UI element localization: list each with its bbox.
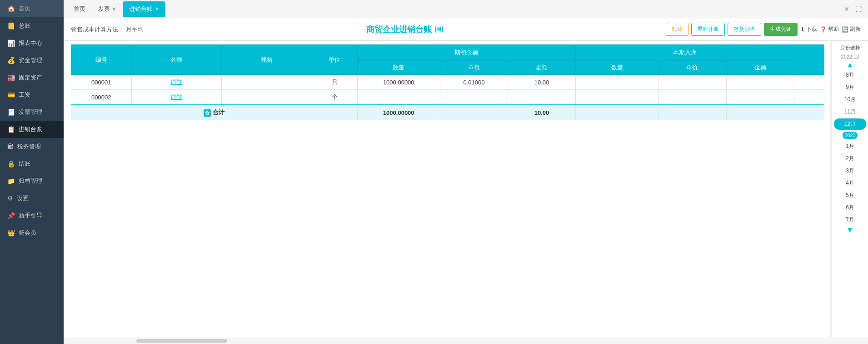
toolbar-buttons: 对账 重新开账 存货别名 生成凭证 ⬇ 下载 ❓ 帮助 🔄 刷新 bbox=[666, 23, 861, 36]
row2-unit: 个 bbox=[312, 90, 357, 105]
col-header-name: 名称 bbox=[131, 45, 222, 75]
month-item-10[interactable]: 10月 bbox=[834, 94, 866, 105]
month-item-8[interactable]: 8月 bbox=[834, 69, 866, 81]
month-item-12[interactable]: 12月 bbox=[834, 118, 866, 130]
invoice-mgmt-icon: 🧾 bbox=[7, 108, 15, 116]
col-header-unit: 单位 bbox=[312, 45, 357, 75]
month-item-7[interactable]: 7月 bbox=[834, 214, 866, 226]
tab-home[interactable]: 首页 bbox=[67, 1, 92, 17]
sidebar-item-inventory[interactable]: 📋 进销台账 bbox=[0, 121, 64, 138]
table-container: 编号 名称 规格 单位 期初余额 本期入库 数量 单价 金额 数量 bbox=[64, 41, 832, 337]
row1-name-link[interactable]: 前缸 bbox=[170, 79, 182, 85]
download-link[interactable]: ⬇ 下载 bbox=[800, 25, 817, 33]
reconcile-button[interactable]: 对账 bbox=[666, 23, 688, 36]
sidebar-label-tax: 税务管理 bbox=[17, 143, 41, 151]
cost-method: 销售成本计算方法： 月平均 bbox=[71, 25, 144, 34]
scroll-down-button[interactable]: ▼ bbox=[847, 226, 854, 234]
save-alias-button[interactable]: 存货别名 bbox=[728, 23, 761, 36]
sidebar-item-wages[interactable]: 💳 工资 bbox=[0, 86, 64, 103]
total-in-price bbox=[658, 105, 726, 120]
help-label: 帮助 bbox=[828, 25, 839, 33]
sidebar-item-settings[interactable]: ⚙ 设置 bbox=[0, 190, 64, 207]
wages-icon: 💳 bbox=[7, 91, 15, 98]
sidebar-item-funds[interactable]: 💰 资金管理 bbox=[0, 52, 64, 69]
reports-icon: 📊 bbox=[7, 39, 15, 47]
month-item-3[interactable]: 3月 bbox=[834, 165, 866, 177]
row2-opening-price bbox=[440, 90, 508, 105]
closing-icon: 🔒 bbox=[7, 160, 15, 167]
total-in-amount bbox=[726, 105, 794, 120]
sidebar-label-settings: 设置 bbox=[17, 194, 29, 202]
scroll-up-button[interactable]: ▲ bbox=[847, 61, 854, 69]
total-opening-amount: 10.00 bbox=[508, 105, 576, 120]
sidebar-label-reports: 报表中心 bbox=[19, 39, 42, 47]
month-item-4[interactable]: 4月 bbox=[834, 177, 866, 189]
row2-name-link[interactable]: 前缸 bbox=[170, 93, 182, 100]
sidebar-item-reports[interactable]: 📊 报表中心 bbox=[0, 34, 64, 52]
month-selector-panel: 月份选择 2022.12 ▲ 8月 9月 10月 11月 12月 2023 1月… bbox=[832, 41, 868, 337]
sidebar-item-guide[interactable]: 📌 新手引导 bbox=[0, 207, 64, 224]
tab-invoice[interactable]: 发票 ✕ bbox=[92, 1, 123, 17]
row2-opening-amount bbox=[508, 90, 576, 105]
fixed-assets-icon: 🏭 bbox=[7, 74, 15, 81]
month-item-11[interactable]: 11月 bbox=[834, 106, 866, 118]
col-header-in-qty: 数量 bbox=[576, 61, 658, 75]
help-link[interactable]: ❓ 帮助 bbox=[820, 25, 839, 33]
row1-code: 000001 bbox=[71, 75, 132, 90]
scrollbar-area bbox=[64, 337, 868, 344]
total-label: 合合计 bbox=[71, 105, 358, 120]
month-item-2[interactable]: 2月 bbox=[834, 153, 866, 164]
sidebar-label-closing: 结账 bbox=[19, 160, 30, 168]
refresh-link[interactable]: 🔄 刷新 bbox=[842, 25, 861, 33]
col-header-in-amount: 金额 bbox=[726, 61, 794, 75]
maximize-button[interactable]: ⛶ bbox=[854, 5, 863, 13]
cost-method-label: 销售成本计算方法： bbox=[71, 26, 124, 33]
generate-voucher-button[interactable]: 生成凭证 bbox=[764, 23, 798, 36]
page-content: 销售成本计算方法： 月平均 商贸企业进销台账 目 对账 重新开账 存货别名 生成… bbox=[64, 18, 868, 344]
col-header-opening-price: 单价 bbox=[440, 61, 508, 75]
sidebar: 🏠 首页 📒 总账 📊 报表中心 💰 资金管理 🏭 固定资产 💳 工资 🧾 发票… bbox=[0, 0, 64, 344]
tab-inventory-close[interactable]: ✕ bbox=[155, 6, 159, 12]
row1-opening-amount: 10.00 bbox=[508, 75, 576, 90]
month-item-1[interactable]: 1月 bbox=[834, 141, 866, 152]
sidebar-label-member: 畅会员 bbox=[19, 229, 36, 237]
page-title: 商贸企业进销台账 bbox=[366, 24, 432, 35]
row2-in-amount bbox=[726, 90, 794, 105]
col-header-current-in: 本期入库 bbox=[576, 45, 794, 61]
row1-in-price bbox=[658, 75, 726, 90]
download-label: 下载 bbox=[806, 25, 817, 33]
title-info-icon[interactable]: 目 bbox=[435, 26, 443, 33]
sidebar-item-ledger[interactable]: 📒 总账 bbox=[0, 17, 64, 34]
sidebar-item-invoice-mgmt[interactable]: 🧾 发票管理 bbox=[0, 103, 64, 121]
col-header-in-price: 单价 bbox=[658, 61, 726, 75]
row1-name: 前缸 bbox=[131, 75, 222, 90]
toolbar: 销售成本计算方法： 月平均 商贸企业进销台账 目 对账 重新开账 存货别名 生成… bbox=[64, 18, 868, 41]
sidebar-item-tax[interactable]: 🏛 税务管理 bbox=[0, 138, 64, 155]
month-item-5[interactable]: 5月 bbox=[834, 190, 866, 201]
total-opening-qty: 1000.00000 bbox=[357, 105, 440, 120]
row1-opening-qty: 1000.00000 bbox=[357, 75, 440, 90]
sidebar-item-archive[interactable]: 📁 归档管理 bbox=[0, 172, 64, 190]
sidebar-item-home[interactable]: 🏠 首页 bbox=[0, 0, 64, 17]
sidebar-label-fixed-assets: 固定资产 bbox=[19, 74, 42, 82]
col-header-extra bbox=[794, 45, 824, 75]
horizontal-scrollbar[interactable] bbox=[136, 339, 227, 343]
sidebar-item-closing[interactable]: 🔒 结账 bbox=[0, 155, 64, 172]
month-item-6[interactable]: 6月 bbox=[834, 202, 866, 213]
sidebar-label-archive: 归档管理 bbox=[19, 177, 42, 185]
row1-unit: 只 bbox=[312, 75, 357, 90]
month-item-9[interactable]: 9月 bbox=[834, 82, 866, 93]
reopen-button[interactable]: 重新开账 bbox=[691, 23, 725, 36]
minimize-button[interactable]: ✕ bbox=[843, 5, 851, 13]
inventory-icon: 📋 bbox=[7, 126, 15, 133]
total-row: 合合计 1000.00000 10.00 bbox=[71, 105, 824, 120]
help-icon: ❓ bbox=[820, 26, 827, 33]
table-row: 000002 前缸 个 bbox=[71, 90, 824, 105]
sidebar-item-fixed-assets[interactable]: 🏭 固定资产 bbox=[0, 69, 64, 86]
tab-invoice-close[interactable]: ✕ bbox=[112, 6, 116, 12]
row1-spec bbox=[222, 75, 312, 90]
sidebar-label-inventory: 进销台账 bbox=[19, 125, 42, 133]
tab-inventory[interactable]: 进销台账 ✕ bbox=[123, 1, 165, 17]
row1-extra bbox=[794, 75, 824, 90]
sidebar-item-member[interactable]: 👑 畅会员 bbox=[0, 224, 64, 241]
